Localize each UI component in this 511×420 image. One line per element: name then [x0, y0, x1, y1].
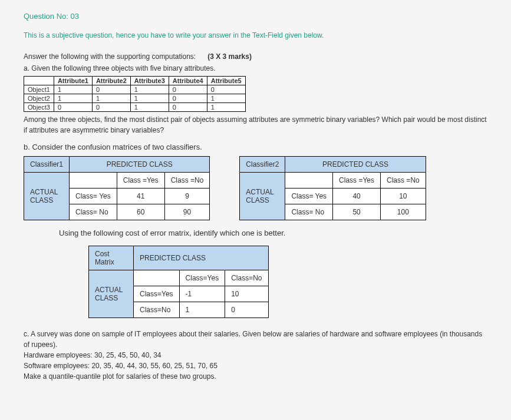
cell: Object1	[24, 85, 54, 94]
table-row: Object2 1 1 1 0 1	[24, 94, 246, 103]
part-a-question1: Among the three objects, find the most d…	[24, 115, 487, 124]
classifier-name: Classifier1	[24, 157, 70, 173]
answer-intro: Answer the following with the supporting…	[24, 52, 487, 61]
col-yes: Class=Yes	[179, 270, 225, 286]
cell-ny: 1	[179, 302, 225, 318]
hardware-line: Hardware employees: 30, 25, 45, 50, 40, …	[24, 350, 487, 361]
cell: 1	[207, 94, 245, 103]
cell: 1	[130, 94, 169, 103]
cell: 1	[54, 85, 92, 94]
row-no: Class= No	[285, 204, 333, 220]
cell: 0	[169, 85, 207, 94]
col-no: Class =No	[164, 173, 210, 188]
subjective-note: This is a subjective question, hence you…	[24, 31, 487, 39]
predicted-header: PREDICTED CLASS	[134, 246, 269, 270]
part-c: c. A survey was done on sample of IT emp…	[24, 329, 487, 382]
cell: 0	[54, 103, 92, 112]
actual-header: ACTUAL CLASS	[24, 173, 70, 220]
cell: 0	[92, 85, 130, 94]
table-row: Attribute1 Attribute2 Attribute3 Attribu…	[24, 77, 246, 85]
col-yes: Class =Yes	[117, 173, 164, 188]
cell: 1	[207, 103, 245, 112]
col-no: Class=No	[225, 270, 268, 286]
actual-header: ACTUAL CLASS	[240, 173, 285, 220]
cell-nn: 0	[225, 302, 268, 318]
row-yes: Class=Yes	[134, 286, 180, 302]
cell: 1	[92, 94, 130, 103]
cell: 0	[169, 94, 207, 103]
confusion-matrices: Classifier1 PREDICTED CLASS ACTUAL CLASS…	[24, 156, 487, 220]
row-yes: Class= Yes	[285, 188, 333, 204]
cell: Attribute4	[169, 77, 207, 85]
cell: Object3	[24, 103, 54, 112]
cell-yy: -1	[179, 286, 225, 302]
cell: Attribute1	[54, 77, 92, 85]
part-c-task: Make a quantile-quantile plot for salari…	[24, 371, 487, 382]
cell-yy: 40	[333, 188, 381, 204]
col-no: Class =No	[381, 173, 426, 188]
part-b-title: b. Consider the confusion matrices of tw…	[24, 143, 487, 151]
cell: Attribute2	[92, 77, 130, 85]
cell: 0	[169, 103, 207, 112]
cell: 1	[130, 85, 169, 94]
predicted-header: PREDICTED CLASS	[70, 157, 210, 173]
cell: 1	[54, 94, 92, 103]
empty-cell	[134, 270, 180, 286]
marks: (3 X 3 marks)	[207, 52, 252, 61]
cell-nn: 100	[381, 204, 426, 220]
cell: Attribute3	[130, 77, 169, 85]
cell	[24, 77, 54, 85]
part-a-question2: if attributes are asymmetric binary vari…	[24, 126, 487, 134]
classifier-name: Classifier2	[240, 157, 285, 173]
actual-header: ACTUAL CLASS	[89, 270, 134, 318]
cell-yn: 10	[225, 286, 268, 302]
cell-yn: 9	[164, 188, 210, 204]
cell: Object2	[24, 94, 54, 103]
cell: Attribute5	[207, 77, 245, 85]
attribute-table: Attribute1 Attribute2 Attribute3 Attribu…	[24, 76, 246, 112]
cell-nn: 90	[164, 204, 210, 220]
cell-ny: 60	[117, 204, 164, 220]
answer-intro-text: Answer the following with the supporting…	[24, 52, 196, 61]
predicted-header: PREDICTED CLASS	[285, 157, 426, 173]
part-a-intro: a. Given the following three objects wit…	[24, 64, 487, 72]
classifier2-table: Classifier2 PREDICTED CLASS ACTUAL CLASS…	[239, 156, 426, 220]
cell: 1	[130, 103, 169, 112]
cell-ny: 50	[333, 204, 381, 220]
using-text: Using the following cost of error matrix…	[59, 229, 487, 237]
part-c-intro: c. A survey was done on sample of IT emp…	[24, 329, 487, 350]
row-no: Class=No	[134, 302, 180, 318]
table-row: Object1 1 0 1 0 0	[24, 85, 246, 94]
row-yes: Class= Yes	[70, 188, 117, 204]
cell-yy: 41	[117, 188, 164, 204]
question-number: Question No: 03	[24, 12, 487, 21]
empty-cell	[285, 173, 333, 188]
software-line: Software employees: 20, 35, 40, 44, 30, …	[24, 361, 487, 371]
cell: 0	[207, 85, 245, 94]
table-row: Object3 0 0 1 0 1	[24, 103, 246, 112]
cost-matrix-table: Cost Matrix PREDICTED CLASS ACTUAL CLASS…	[88, 246, 269, 318]
cost-title: Cost Matrix	[89, 246, 134, 270]
empty-cell	[70, 173, 117, 188]
cell: 0	[92, 103, 130, 112]
col-yes: Class =Yes	[333, 173, 381, 188]
cell-yn: 10	[381, 188, 426, 204]
classifier1-table: Classifier1 PREDICTED CLASS ACTUAL CLASS…	[24, 156, 210, 220]
row-no: Class= No	[70, 204, 117, 220]
